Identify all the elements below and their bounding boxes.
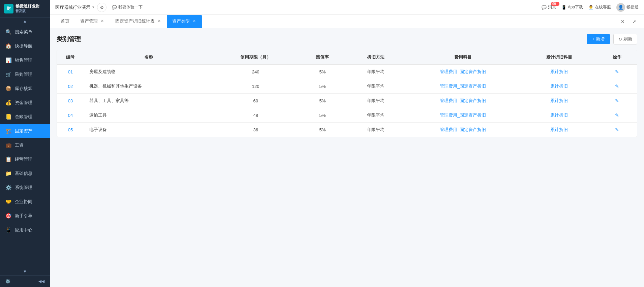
page-title: 类别管理 <box>57 35 81 43</box>
feedback-button[interactable]: 💬 我要体验一下 <box>109 3 145 11</box>
ledger-icon: 📒 <box>5 114 11 120</box>
cell-accumulated: 累计折旧 <box>521 123 597 137</box>
sidebar-item-label: 基础信息 <box>15 170 32 177</box>
search-icon: 🔍 <box>5 29 11 35</box>
table-row: 05 电子设备 36 5% 年限平均 管理费用_固定资产折旧 累计折旧 ✎ <box>57 123 637 137</box>
chart-icon: 📊 <box>5 57 11 63</box>
cell-accumulated: 累计折旧 <box>521 65 597 79</box>
sidebar-item-capital[interactable]: 💰 资金管理 <box>0 96 50 110</box>
scroll-up-indicator[interactable]: ▲ <box>0 18 50 25</box>
tab-home[interactable]: 首页 <box>55 15 75 28</box>
cell-accumulated: 累计折旧 <box>521 79 597 94</box>
cell-expense: 管理费用_固定资产折旧 <box>405 123 521 137</box>
col-residual: 残值率 <box>298 50 347 65</box>
col-method: 折旧方法 <box>347 50 405 65</box>
cell-name: 机器、机械和其他生产设备 <box>84 79 213 94</box>
sidebar-item-basic-info[interactable]: 📁 基础信息 <box>0 166 50 181</box>
app-download-label: App下载 <box>568 4 583 10</box>
sidebar-item-purchase[interactable]: 🛒 采购管理 <box>0 67 50 82</box>
tab-asset-type[interactable]: 资产类型 ✕ <box>167 15 202 28</box>
company-settings-button[interactable]: ⚙ <box>97 3 106 12</box>
col-period: 使用期限（月） <box>213 50 298 65</box>
edit-icon[interactable]: ✎ <box>615 84 619 89</box>
refresh-button[interactable]: ↻ 刷新 <box>613 34 637 44</box>
cell-action[interactable]: ✎ <box>597 65 637 79</box>
expand-tab-button[interactable]: ⤢ <box>630 17 639 26</box>
cell-period: 60 <box>213 94 298 108</box>
sidebar-item-ops[interactable]: 📋 经营管理 <box>0 152 50 166</box>
cell-residual: 5% <box>298 123 347 137</box>
cell-code: 03 <box>57 94 84 108</box>
cell-action[interactable]: ✎ <box>597 123 637 137</box>
cell-period: 120 <box>213 79 298 94</box>
user-menu[interactable]: 👤 畅捷通 <box>616 3 639 12</box>
cell-residual: 5% <box>298 108 347 123</box>
sidebar-item-ledger[interactable]: 📒 总账管理 <box>0 110 50 124</box>
cell-action[interactable]: ✎ <box>597 79 637 94</box>
cell-method: 年限平均 <box>347 123 405 137</box>
tab-asset-mgmt[interactable]: 资产管理 ✕ <box>75 15 110 28</box>
cell-action[interactable]: ✎ <box>597 108 637 123</box>
sidebar-item-label: 工资 <box>15 142 24 148</box>
sidebar-item-label: 固定资产 <box>15 128 32 134</box>
close-icon[interactable]: ✕ <box>157 19 161 24</box>
cell-residual: 5% <box>298 94 347 108</box>
sidebar-item-fixed-assets[interactable]: 🏗️ 固定资产 <box>0 124 50 138</box>
cell-code: 01 <box>57 65 84 79</box>
sidebar-item-search[interactable]: 🔍 搜索菜单 <box>0 25 50 39</box>
top-bar-right: 💬 消息 99+ 📱 App下载 👨‍💼 在线客服 👤 畅捷通 <box>542 3 639 12</box>
cell-period: 36 <box>213 123 298 137</box>
col-name: 名称 <box>84 50 213 65</box>
close-tab-button[interactable]: ✕ <box>618 17 627 26</box>
close-icon[interactable]: ✕ <box>100 19 104 24</box>
scroll-down-indicator[interactable]: ▼ <box>0 268 50 275</box>
sidebar-footer: ⚙️ ◀◀ <box>0 275 50 287</box>
app-download-button[interactable]: 📱 App下载 <box>561 4 583 10</box>
sidebar-item-corp-coop[interactable]: 🤝 企业协同 <box>0 195 50 209</box>
tab-depreciation-label: 固定资产折旧统计表 <box>115 18 155 24</box>
sidebar-item-inventory[interactable]: 📦 库存核算 <box>0 82 50 96</box>
cell-residual: 5% <box>298 65 347 79</box>
edit-icon[interactable]: ✎ <box>615 69 619 74</box>
cell-action[interactable]: ✎ <box>597 94 637 108</box>
feedback-icon: 💬 <box>112 5 117 10</box>
table-row: 04 运输工具 48 5% 年限平均 管理费用_固定资产折旧 累计折旧 ✎ <box>57 108 637 123</box>
cell-method: 年限平均 <box>347 65 405 79</box>
service-icon: 👨‍💼 <box>588 5 593 10</box>
sidebar-item-label: 搜索菜单 <box>15 29 32 35</box>
feedback-label: 我要体验一下 <box>118 4 143 10</box>
logo-icon: 财 <box>4 4 13 13</box>
table-header: 编号 名称 使用期限（月） 残值率 折旧方法 费用科目 累计折旧科目 操作 <box>57 50 637 65</box>
tab-asset-type-label: 资产类型 <box>172 18 190 24</box>
edit-icon[interactable]: ✎ <box>615 127 619 132</box>
category-table: 编号 名称 使用期限（月） 残值率 折旧方法 费用科目 累计折旧科目 操作 01… <box>57 50 637 137</box>
sidebar-item-system[interactable]: ⚙️ 系统管理 <box>0 181 50 195</box>
add-button[interactable]: + 新增 <box>587 34 610 44</box>
cell-name: 器具、工具、家具等 <box>84 94 213 108</box>
close-icon[interactable]: ✕ <box>192 19 196 24</box>
company-selector[interactable]: 医疗器械行业演示 ▾ <box>55 4 94 10</box>
cell-expense: 管理费用_固定资产折旧 <box>405 94 521 108</box>
message-button[interactable]: 💬 消息 99+ <box>542 4 556 10</box>
cell-method: 年限平均 <box>347 108 405 123</box>
chevron-down-icon: ▾ <box>92 5 94 9</box>
clipboard-icon: 📋 <box>5 156 11 162</box>
sidebar-item-label: 系统管理 <box>15 185 32 191</box>
sidebar-item-label: 销售管理 <box>15 57 32 63</box>
sidebar-item-app-center[interactable]: 📱 应用中心 <box>0 223 50 237</box>
sidebar-item-quick-nav[interactable]: 🏠 快捷导航 <box>0 39 50 53</box>
sidebar-item-payroll[interactable]: 💼 工资 <box>0 138 50 152</box>
sidebar-item-sales[interactable]: 📊 销售管理 <box>0 53 50 67</box>
edit-icon[interactable]: ✎ <box>615 113 619 118</box>
online-service-button[interactable]: 👨‍💼 在线客服 <box>588 4 611 10</box>
sidebar-item-guide[interactable]: 🎯 新手引导 <box>0 209 50 223</box>
sidebar-item-label: 新手引导 <box>15 213 32 219</box>
tab-depreciation-report[interactable]: 固定资产折旧统计表 ✕ <box>110 15 167 28</box>
avatar: 👤 <box>616 3 625 12</box>
cell-name: 房屋及建筑物 <box>84 65 213 79</box>
building-icon: 🏗️ <box>5 128 11 134</box>
tab-asset-mgmt-label: 资产管理 <box>80 18 98 24</box>
sidebar-collapse-button[interactable]: ◀◀ <box>38 279 44 284</box>
sidebar-settings-icon[interactable]: ⚙️ <box>5 279 10 284</box>
edit-icon[interactable]: ✎ <box>615 98 619 103</box>
